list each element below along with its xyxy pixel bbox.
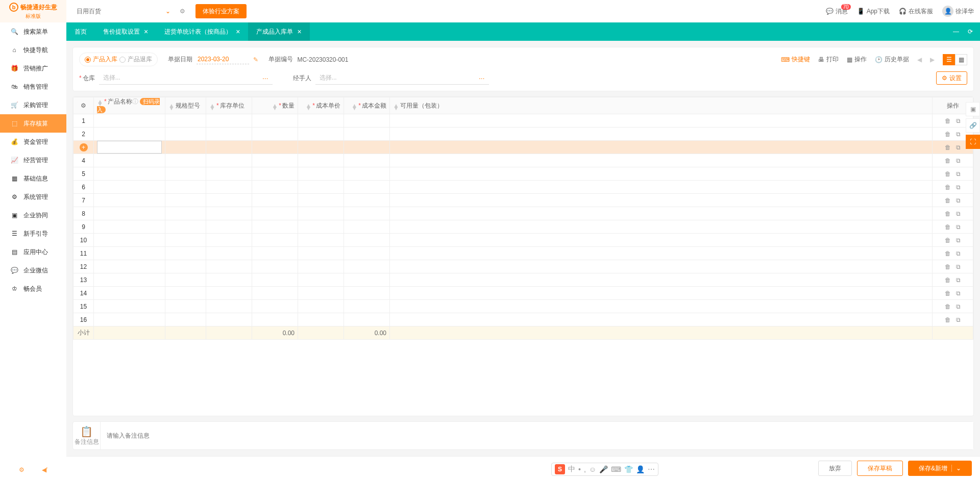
tab-minimize-button[interactable]: — — [950, 26, 962, 37]
warehouse-select[interactable]: 选择... … — [99, 71, 273, 85]
panel-btn-2[interactable]: 🔗 — [966, 118, 980, 133]
panel-btn-1[interactable]: ▣ — [966, 102, 980, 116]
copy-icon[interactable]: ⧉ — [956, 276, 961, 284]
copy-icon[interactable]: ⧉ — [956, 170, 961, 178]
user-menu[interactable]: 👤 徐泽华 — [942, 6, 974, 17]
close-icon[interactable]: × — [236, 28, 240, 36]
table-row[interactable]: + 🗑 ⧉ — [74, 141, 973, 154]
nav-item[interactable]: ▤应用中心 — [0, 243, 66, 261]
settings-icon[interactable]: ⚙ — [19, 466, 24, 473]
nav-item[interactable]: 💰资金管理 — [0, 133, 66, 151]
nav-item[interactable]: ⌂快捷导航 — [0, 41, 66, 59]
copy-icon[interactable]: ⧉ — [956, 197, 961, 204]
table-row[interactable]: 10 🗑 ⧉ — [74, 234, 973, 247]
card-view-button[interactable]: ▦ — [955, 54, 967, 65]
date-value[interactable]: 2023-03-20 — [197, 55, 249, 64]
nav-item[interactable]: 💬企业微信 — [0, 261, 66, 280]
tab[interactable]: 首页 — [66, 22, 95, 41]
ime-bar[interactable]: S 中•, ☺🎤⌨ 👕👤⋯ — [551, 463, 658, 476]
product-name-input[interactable] — [97, 141, 162, 154]
table-row[interactable]: 5 🗑 ⧉ — [74, 167, 973, 181]
table-row[interactable]: 16 🗑 ⧉ — [74, 313, 973, 326]
gear-icon[interactable]: ⚙ — [180, 8, 185, 15]
delete-icon[interactable]: 🗑 — [945, 184, 951, 191]
table-row[interactable]: 6 🗑 ⧉ — [74, 181, 973, 194]
delete-icon[interactable]: 🗑 — [945, 250, 951, 257]
print-link[interactable]: 🖶 打印 — [818, 55, 839, 64]
save-new-button[interactable]: 保存&新增 ⌄ — [908, 461, 972, 476]
nav-item[interactable]: ▦基础信息 — [0, 169, 66, 188]
table-row[interactable]: 12 🗑 ⧉ — [74, 260, 973, 273]
shortcut-link[interactable]: ⌨ 快捷键 — [781, 55, 810, 64]
table-row[interactable]: 9 🗑 ⧉ — [74, 220, 973, 234]
prev-button[interactable]: ◀ — [917, 56, 922, 63]
delete-icon[interactable]: 🗑 — [945, 223, 951, 231]
nav-item[interactable]: ☰新手引导 — [0, 224, 66, 243]
nav-item[interactable]: 🛒采购管理 — [0, 96, 66, 114]
delete-icon[interactable]: 🗑 — [945, 157, 951, 164]
table-row[interactable]: 8 🗑 ⧉ — [74, 207, 973, 220]
copy-icon[interactable]: ⧉ — [956, 157, 961, 164]
remarks-input[interactable] — [101, 422, 973, 449]
delete-icon[interactable]: 🗑 — [945, 237, 951, 244]
delete-icon[interactable]: 🗑 — [945, 290, 951, 297]
copy-icon[interactable]: ⧉ — [956, 316, 961, 323]
table-row[interactable]: 4 🗑 ⧉ — [74, 154, 973, 167]
app-download-button[interactable]: 📱 App下载 — [857, 7, 890, 16]
close-icon[interactable]: × — [297, 28, 301, 36]
nav-item[interactable]: ⚙系统管理 — [0, 188, 66, 206]
sort-icon[interactable]: ▲▼ — [97, 100, 103, 106]
operation-link[interactable]: ▦ 操作 — [847, 55, 867, 64]
nav-item[interactable]: ▣企业协同 — [0, 206, 66, 224]
delete-icon[interactable]: 🗑 — [945, 316, 951, 323]
delete-icon[interactable]: 🗑 — [945, 303, 951, 310]
copy-icon[interactable]: ⧉ — [956, 210, 961, 217]
col-gear[interactable]: ⚙ — [74, 97, 94, 114]
copy-icon[interactable]: ⧉ — [956, 144, 961, 151]
online-service-button[interactable]: 🎧 在线客服 — [899, 7, 933, 16]
experience-button[interactable]: 体验行业方案 — [195, 4, 247, 18]
tab[interactable]: 售价提取设置× — [95, 22, 156, 41]
nav-item[interactable]: ♔畅会员 — [0, 280, 66, 298]
table-row[interactable]: 13 🗑 ⧉ — [74, 273, 973, 287]
delete-icon[interactable]: 🗑 — [945, 131, 951, 138]
tab[interactable]: 进货单统计表（按商品）× — [156, 22, 248, 41]
tab[interactable]: 产成品入库单× — [248, 22, 309, 41]
copy-icon[interactable]: ⧉ — [956, 250, 961, 257]
table-row[interactable]: 11 🗑 ⧉ — [74, 247, 973, 260]
messages-button[interactable]: 💬 消息 70 — [826, 7, 848, 16]
discard-button[interactable]: 放弃 — [818, 461, 852, 476]
category-select[interactable]: 日用百货 ⌄ — [72, 4, 175, 18]
delete-icon[interactable]: 🗑 — [945, 197, 951, 204]
nav-item[interactable]: 📈经营管理 — [0, 151, 66, 169]
tab-refresh-button[interactable]: ⟳ — [965, 26, 976, 37]
table-row[interactable]: 14 🗑 ⧉ — [74, 287, 973, 300]
pencil-icon[interactable]: ✎ — [253, 56, 258, 63]
history-link[interactable]: 🕑 历史单据 — [875, 55, 909, 64]
save-draft-button[interactable]: 保存草稿 — [857, 461, 903, 476]
nav-item[interactable]: 🎁营销推广 — [0, 59, 66, 78]
delete-icon[interactable]: 🗑 — [945, 144, 951, 151]
copy-icon[interactable]: ⧉ — [956, 223, 961, 231]
delete-icon[interactable]: 🗑 — [945, 263, 951, 270]
table-row[interactable]: 2 🗑 ⧉ — [74, 128, 973, 141]
nav-item[interactable]: 🔍搜索菜单 — [0, 22, 66, 41]
add-row-icon[interactable]: + — [80, 143, 88, 151]
copy-icon[interactable]: ⧉ — [956, 184, 961, 191]
copy-icon[interactable]: ⧉ — [956, 131, 961, 138]
nav-item[interactable]: 🛍销售管理 — [0, 78, 66, 96]
product-out-radio[interactable]: 产品退库 — [119, 55, 152, 64]
config-button[interactable]: ⚙ 设置 — [936, 71, 967, 85]
handler-select[interactable]: 选择... … — [315, 71, 489, 85]
table-row[interactable]: 15 🗑 ⧉ — [74, 300, 973, 313]
nav-item[interactable]: ⬚库存核算 — [0, 114, 66, 133]
copy-icon[interactable]: ⧉ — [956, 237, 961, 244]
list-view-button[interactable]: ☰ — [943, 54, 955, 65]
delete-icon[interactable]: 🗑 — [945, 276, 951, 284]
next-button[interactable]: ▶ — [930, 56, 935, 63]
copy-icon[interactable]: ⧉ — [956, 263, 961, 270]
delete-icon[interactable]: 🗑 — [945, 170, 951, 178]
panel-btn-expand[interactable]: ⛶ — [966, 135, 980, 149]
delete-icon[interactable]: 🗑 — [945, 117, 951, 124]
delete-icon[interactable]: 🗑 — [945, 210, 951, 217]
